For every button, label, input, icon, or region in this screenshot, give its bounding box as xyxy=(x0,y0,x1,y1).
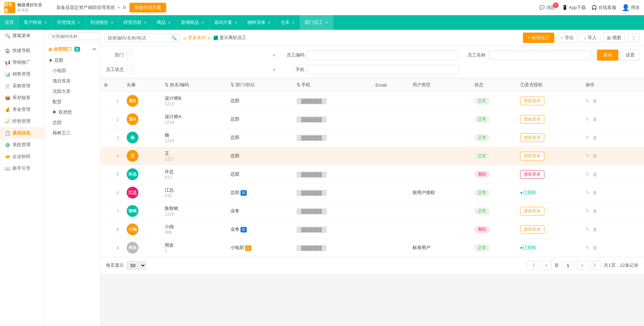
nav-item-new-goods[interactable]: 新增商品 ✕ xyxy=(176,15,209,30)
dept-item-project[interactable]: 项目库房 xyxy=(45,76,100,86)
nav-item-profit[interactable]: 利润报告 ✕ xyxy=(85,15,119,30)
next-page-btn[interactable]: ＞ xyxy=(577,261,588,270)
sidebar-item-purchase[interactable]: 🛒 采购管理 xyxy=(0,80,45,92)
export-btn[interactable]: ↑ 导出 xyxy=(557,33,578,43)
delete-icon[interactable]: 🗑 xyxy=(592,153,597,159)
sidebar-item-sales[interactable]: 📊 销售管理 xyxy=(0,68,45,80)
nav-item-customer[interactable]: 客户联络 ✕ xyxy=(19,15,52,30)
edit-icon[interactable]: ✎ xyxy=(586,208,590,214)
filter-emp-name-input[interactable] xyxy=(488,51,591,60)
dept-item-shenyang[interactable]: 沈阳大库 xyxy=(45,86,100,97)
filter-status-select[interactable] xyxy=(127,65,133,74)
row-auth[interactable]: 授权登录 xyxy=(517,92,583,110)
nav-item-warehouse[interactable]: 仓库 ✕ xyxy=(276,15,300,30)
show-resigned-checkbox[interactable]: 显示离职员工 xyxy=(214,35,246,41)
nav-item-operation[interactable]: 经营情况 ✕ xyxy=(52,15,85,30)
auth-btn[interactable]: 授权登录 xyxy=(520,97,544,105)
filter-dept-select[interactable] xyxy=(127,51,133,60)
row-auth[interactable]: 授权登录 xyxy=(517,220,583,239)
edit-icon[interactable]: ✎ xyxy=(586,190,590,195)
row-auth[interactable]: 授权登录 xyxy=(517,147,583,165)
col-name[interactable]: ⇅ 姓名/编码 xyxy=(162,78,228,92)
filter-phone-input[interactable] xyxy=(307,65,459,74)
app-download-btn[interactable]: 📱 App下载 xyxy=(562,5,586,11)
edit-icon[interactable]: ✎ xyxy=(586,245,590,250)
sidebar-item-inventory[interactable]: 📦 库存核算 xyxy=(0,92,45,104)
sidebar-item-guide[interactable]: 📖 新手引导 xyxy=(0,162,45,174)
delete-icon[interactable]: 🗑 xyxy=(592,116,597,122)
delete-icon[interactable]: 🗑 xyxy=(592,208,597,214)
dept-all-btn[interactable]: ⊞ 全部部门 6 ≪ xyxy=(45,43,100,55)
online-service-btn[interactable]: 🎧 在线客服 xyxy=(591,5,616,11)
edit-icon[interactable]: ✎ xyxy=(586,171,590,177)
auth-btn[interactable]: 授权登录 xyxy=(520,133,544,142)
message-btn[interactable]: 💬 消息 6 xyxy=(538,5,556,11)
col-dept[interactable]: ⇅ 部门/职位 xyxy=(228,78,293,92)
auth-btn[interactable]: 授权登录 xyxy=(520,225,544,234)
search-icon[interactable]: 🔍 xyxy=(171,35,177,41)
dept-item-plant[interactable]: 植树王三 xyxy=(45,128,100,138)
delete-icon[interactable]: 🗑 xyxy=(592,135,597,140)
user-avatar[interactable]: 👤 用友 xyxy=(622,4,640,11)
nav-item-home[interactable]: 首页 xyxy=(0,15,19,30)
nav-item-dept-staff[interactable]: 部门员工 ✕ xyxy=(300,15,333,30)
dept-search-input[interactable] xyxy=(48,33,100,40)
page-size-select[interactable]: 50 100 xyxy=(127,261,146,270)
sidebar-item-home[interactable]: 🏠 快捷导航 xyxy=(0,45,45,56)
view-btn[interactable]: ⊞ 视图 xyxy=(603,33,625,43)
sidebar-item-basic[interactable]: 📋 基础信息 xyxy=(0,127,45,139)
delete-icon[interactable]: 🗑 xyxy=(592,98,597,104)
nav-item-history[interactable]: 经营历程 ✕ xyxy=(119,15,152,30)
edit-icon[interactable]: ✎ xyxy=(586,227,590,232)
nav-item-bom[interactable]: 物料清单 ✕ xyxy=(243,15,276,30)
page-number-input[interactable] xyxy=(562,262,574,270)
dept-item-distribution[interactable]: 配货 xyxy=(45,97,100,107)
auth-btn[interactable]: 授权登录 xyxy=(520,207,544,215)
edit-icon[interactable]: ✎ xyxy=(586,116,590,122)
row-auth[interactable]: 授权登录 xyxy=(517,202,583,220)
filter-settings-btn[interactable]: 设置 xyxy=(620,50,640,61)
prev-page-btn[interactable]: ＜ xyxy=(541,261,552,270)
delete-icon[interactable]: 🗑 xyxy=(592,171,597,177)
col-settings[interactable]: ⚙ xyxy=(100,78,111,92)
sidebar-item-search[interactable]: 🔍 搜索菜单 xyxy=(0,30,45,42)
auth-btn[interactable]: 授权登录 xyxy=(520,152,544,160)
first-page-btn[interactable]: 《 xyxy=(527,261,538,270)
col-phone[interactable]: ⇅ 手机 xyxy=(294,78,373,92)
gear-icon[interactable]: ⚙ xyxy=(123,5,127,10)
filter-emp-code-input[interactable] xyxy=(307,51,459,60)
last-page-btn[interactable]: 》 xyxy=(590,261,601,270)
sidebar-item-finance[interactable]: 💰 资金管理 xyxy=(0,104,45,115)
dept-item-general[interactable]: ▼ 总部 xyxy=(45,55,100,65)
experience-btn[interactable]: 体验行业方案 xyxy=(129,3,166,12)
more-btn[interactable]: ⋮ xyxy=(628,33,640,43)
delete-icon[interactable]: 🗑 xyxy=(592,245,597,250)
sidebar-item-collab[interactable]: 🤝 企业协同 xyxy=(0,151,45,162)
delete-icon[interactable]: 🗑 xyxy=(592,227,597,232)
edit-icon[interactable]: ✎ xyxy=(586,98,590,104)
nav-item-barcode[interactable]: 条码方案 ✕ xyxy=(209,15,243,30)
nav-item-goods[interactable]: 商品 ✕ xyxy=(152,15,176,30)
search-input[interactable] xyxy=(108,35,170,41)
edit-icon[interactable]: ✎ xyxy=(586,153,590,159)
add-employee-btn[interactable]: + 新增员工 xyxy=(523,33,554,43)
delete-icon[interactable]: 🗑 xyxy=(592,190,597,195)
auth-btn[interactable]: 授权登录 xyxy=(520,170,544,179)
row-dept: 业务 xyxy=(228,202,293,220)
more-filter-btn[interactable]: ⊿ 更多条件 ∧ xyxy=(183,35,211,41)
row-auth[interactable]: 授权登录 xyxy=(517,165,583,184)
sidebar-item-system[interactable]: ⚙️ 系统管理 xyxy=(0,139,45,151)
dept-item-small-elec[interactable]: 小电部 xyxy=(45,65,100,76)
dept-item-hq[interactable]: 总部 xyxy=(45,117,100,128)
auth-btn[interactable]: 授权登录 xyxy=(520,115,544,124)
row-auth[interactable]: 授权登录 xyxy=(517,129,583,147)
sidebar-item-marketing[interactable]: 📢 营销推广 xyxy=(0,56,45,68)
row-auth[interactable]: ●已授权 xyxy=(517,184,583,202)
row-auth[interactable]: ●已授权 xyxy=(517,239,583,257)
import-btn[interactable]: ↓ 导入 xyxy=(580,33,601,43)
sidebar-item-mgmt[interactable]: 📈 经营管理 xyxy=(0,115,45,127)
edit-icon[interactable]: ✎ xyxy=(586,135,590,140)
query-btn[interactable]: 查询 xyxy=(597,50,618,61)
dept-item-shuanghu[interactable]: ▶ 双虎想 xyxy=(45,107,100,117)
row-auth[interactable]: 授权登录 xyxy=(517,110,583,129)
